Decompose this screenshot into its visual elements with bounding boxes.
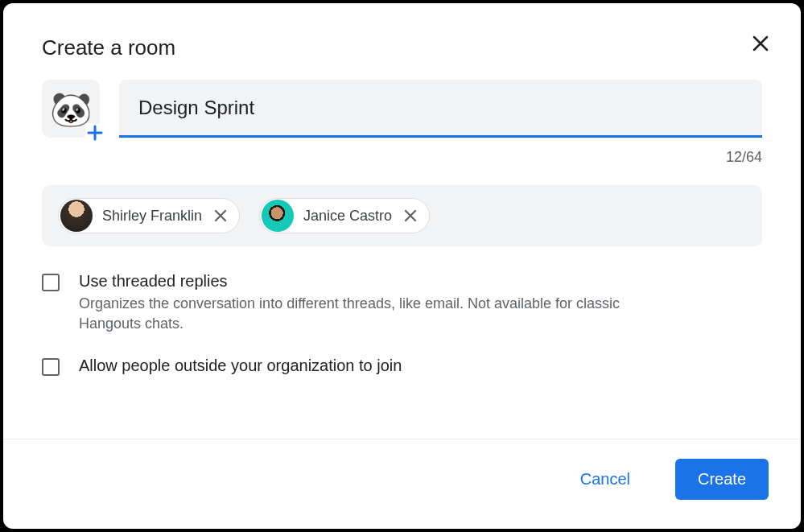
char-counter: 12/64 (119, 149, 762, 166)
dialog-footer: Cancel Create (3, 439, 801, 529)
option-external-join: Allow people outside your organization t… (42, 357, 762, 376)
remove-person-button[interactable] (402, 207, 419, 225)
add-emoji-badge (85, 123, 105, 142)
option-label: Allow people outside your organization t… (79, 357, 402, 375)
people-input[interactable]: Shirley Franklin Janice Castro (42, 185, 762, 246)
create-button[interactable]: Create (675, 459, 769, 500)
create-room-dialog: Create a room 🐼 12/64 Shirley Franklin (3, 3, 801, 529)
name-field-wrap: 12/64 (119, 80, 762, 166)
person-chip: Janice Castro (259, 198, 430, 233)
avatar (60, 200, 93, 232)
avatar (262, 200, 294, 232)
name-row: 🐼 12/64 (42, 80, 762, 166)
dialog-header: Create a room (3, 3, 801, 80)
option-threaded-replies: Use threaded replies Organizes the conve… (42, 272, 762, 334)
plus-icon (87, 125, 103, 141)
close-icon (213, 208, 228, 223)
close-icon (751, 34, 770, 53)
person-chip: Shirley Franklin (58, 198, 240, 233)
cancel-button[interactable]: Cancel (558, 459, 653, 500)
close-button[interactable] (749, 32, 772, 55)
remove-person-button[interactable] (212, 207, 229, 225)
option-text: Allow people outside your organization t… (79, 357, 402, 376)
threaded-replies-checkbox[interactable] (42, 274, 60, 291)
chip-label: Janice Castro (303, 208, 392, 225)
dialog-title: Create a room (42, 35, 175, 60)
close-icon (403, 208, 418, 223)
chip-label: Shirley Franklin (102, 208, 202, 225)
option-label: Use threaded replies (79, 272, 642, 291)
external-join-checkbox[interactable] (42, 358, 60, 376)
room-name-input[interactable] (119, 80, 762, 138)
option-text: Use threaded replies Organizes the conve… (79, 272, 642, 334)
options-section: Use threaded replies Organizes the conve… (42, 272, 762, 376)
dialog-content: 🐼 12/64 Shirley Franklin Janice Castr (3, 80, 801, 439)
panda-emoji: 🐼 (50, 89, 92, 129)
emoji-picker[interactable]: 🐼 (42, 80, 100, 138)
option-description: Organizes the conversation into differen… (79, 294, 642, 334)
